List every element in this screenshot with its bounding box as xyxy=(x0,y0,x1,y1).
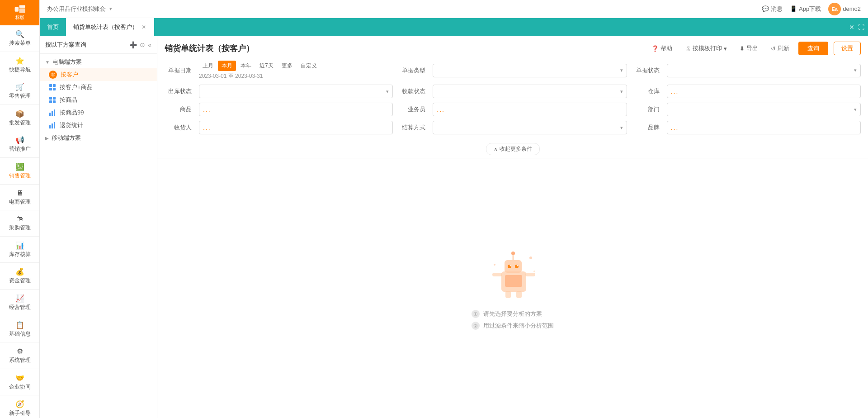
recipient-field[interactable]: ... xyxy=(199,121,393,134)
message-button[interactable]: 💬 消息 xyxy=(762,5,783,13)
tree-mobile-group[interactable]: ▶ 移动端方案 xyxy=(40,132,157,144)
date-tab-custom[interactable]: 自定义 xyxy=(297,61,321,71)
out-status-field[interactable]: ▾ xyxy=(199,85,393,98)
header-left: 办公用品行业模拟账套 ▾ xyxy=(47,5,112,13)
filter-cell-department: 部门 ▾ xyxy=(632,103,861,116)
date-tab-this-month[interactable]: 本月 xyxy=(218,61,236,71)
left-panel-title: 按以下方案查询 xyxy=(45,41,86,49)
svg-rect-9 xyxy=(49,100,52,103)
export-label: 导出 xyxy=(746,44,758,52)
sidebar-item-finance[interactable]: 💰 资金管理 xyxy=(0,263,39,290)
page-header: 销货单统计表（按客户） ❓ 帮助 🖨 按模板打印 ▾ ⬇ 导出 xyxy=(157,36,868,55)
filter-row-2: 出库状态 ▾ 收款状态 ▾ 仓库 xyxy=(165,85,861,98)
query-button[interactable]: 查询 xyxy=(798,42,828,55)
date-tab-last-month[interactable]: 上月 xyxy=(199,61,217,71)
doc-type-field[interactable]: ▾ xyxy=(433,64,627,77)
svg-rect-15 xyxy=(52,124,53,128)
svg-rect-7 xyxy=(49,97,52,100)
breadcrumb-dropdown-icon[interactable]: ▾ xyxy=(109,6,112,12)
help-label: 帮助 xyxy=(660,44,672,52)
tip-2-num: ② xyxy=(472,322,480,330)
tab-sales-stats[interactable]: 销货单统计表（按客户） ✕ xyxy=(66,18,154,36)
tree-item-label: 按客户+商品 xyxy=(60,83,93,91)
tab-close-icon[interactable]: ✕ xyxy=(141,24,147,31)
department-field[interactable]: ▾ xyxy=(667,103,861,116)
tree-item-customer-product[interactable]: 按客户+商品 xyxy=(40,81,157,94)
tree-item-label: 退货统计 xyxy=(60,121,83,129)
salesperson-field[interactable]: ... xyxy=(433,103,627,116)
collapse-row: ∧ 收起更多条件 xyxy=(157,140,868,158)
sidebar-item-basic[interactable]: 📋 基础信息 xyxy=(0,316,39,343)
collapse-panel-icon[interactable]: « xyxy=(148,41,151,48)
svg-point-30 xyxy=(529,256,532,259)
app-download-button[interactable]: 📱 App下载 xyxy=(790,5,821,13)
help-button[interactable]: ❓ 帮助 xyxy=(648,43,676,54)
grid-icon xyxy=(49,84,56,91)
filter-row-1: 单据日期 上月 本月 本年 近7天 更多 自定义 2023-03-01 至 20… xyxy=(165,61,861,80)
brand-field[interactable]: ... xyxy=(667,121,861,134)
cart-icon: 🛒 xyxy=(15,83,24,91)
sidebar-item-purchase[interactable]: 🛍 采购管理 xyxy=(0,210,39,237)
tree-item-by-product-99[interactable]: 按商品99 xyxy=(40,106,157,119)
svg-rect-12 xyxy=(52,111,53,116)
sidebar-item-system[interactable]: ⚙ 系统管理 xyxy=(0,342,39,369)
add-scheme-icon[interactable]: ➕ xyxy=(129,41,137,48)
tab-maximize-icon[interactable]: ⛶ xyxy=(858,24,864,31)
sidebar-item-label: 零售管理 xyxy=(9,93,31,100)
department-dropdown-icon: ▾ xyxy=(854,107,857,113)
tree-item-by-customer[interactable]: 客 按客户 xyxy=(40,68,157,81)
refresh-button[interactable]: ↺ 刷新 xyxy=(767,43,793,54)
out-status-dropdown-icon: ▾ xyxy=(386,89,389,95)
date-tabs: 上月 本月 本年 近7天 更多 自定义 xyxy=(199,61,390,71)
doc-status-field[interactable]: ▾ xyxy=(667,64,861,77)
date-tab-more[interactable]: 更多 xyxy=(278,61,296,71)
settlement-field[interactable]: ▾ xyxy=(433,121,627,134)
sidebar-item-inventory[interactable]: 📊 库存核算 xyxy=(0,237,39,263)
svg-rect-6 xyxy=(53,88,56,90)
settings-scheme-icon[interactable]: ⊙ xyxy=(140,41,145,48)
filter-cell-brand: 品牌 ... xyxy=(632,121,861,134)
sidebar-item-guide[interactable]: 🧭 新手引导 xyxy=(0,395,39,418)
sidebar-item-label: 销售管理 xyxy=(9,172,31,180)
grid-icon2 xyxy=(49,96,56,104)
collapse-button[interactable]: ∧ 收起更多条件 xyxy=(486,143,540,155)
tab-bar: 首页 销货单统计表（按客户） ✕ ✕ ⛶ xyxy=(40,18,868,36)
filter-row-4: 收货人 ... 结算方式 ▾ 品牌 xyxy=(165,121,861,134)
sidebar-item-retail[interactable]: 🛒 零售管理 xyxy=(0,78,39,105)
sidebar-item-sales[interactable]: 💹 销售管理 xyxy=(0,158,39,185)
sidebar-item-operation[interactable]: 📈 经营管理 xyxy=(0,290,39,316)
print-template-button[interactable]: 🖨 按模板打印 ▾ xyxy=(681,43,731,54)
payment-status-dropdown-icon: ▾ xyxy=(620,89,623,95)
product-field[interactable]: ... xyxy=(199,103,393,116)
svg-rect-16 xyxy=(54,122,55,128)
user-profile[interactable]: Ea demo2 xyxy=(828,3,861,15)
out-status-label: 出库状态 xyxy=(165,87,192,95)
tree-desktop-group[interactable]: ▼ 电脑端方案 xyxy=(40,56,157,68)
tree-item-by-product[interactable]: 按商品 xyxy=(40,94,157,106)
filter-cell-out-status: 出库状态 ▾ xyxy=(165,85,393,98)
sidebar-item-marketing[interactable]: 📢 营销推广 xyxy=(0,131,39,158)
svg-rect-0 xyxy=(14,7,19,12)
date-tab-this-year[interactable]: 本年 xyxy=(237,61,255,71)
tree-arrow-right-icon: ▶ xyxy=(45,136,49,141)
settings-button[interactable]: 设置 xyxy=(834,42,861,55)
warehouse-field[interactable]: ... xyxy=(667,85,861,98)
payment-status-label: 收款状态 xyxy=(398,87,425,95)
tree-item-label: 按客户 xyxy=(61,71,78,79)
tab-home[interactable]: 首页 xyxy=(40,18,66,36)
payment-status-field[interactable]: ▾ xyxy=(433,85,627,98)
sidebar-item-wholesale[interactable]: 📦 批发管理 xyxy=(0,105,39,132)
sidebar-item-ecommerce[interactable]: 🖥 电商管理 xyxy=(0,185,39,211)
doc-status-dropdown-icon: ▾ xyxy=(854,67,857,73)
tree-item-refund-stats[interactable]: 退货统计 xyxy=(40,119,157,132)
print-dropdown-icon: ▾ xyxy=(724,45,727,52)
tip-1-text: 请先选择要分析的方案 xyxy=(483,310,542,318)
export-button[interactable]: ⬇ 导出 xyxy=(736,43,762,54)
sidebar-item-search[interactable]: 🔍 搜索菜单 xyxy=(0,25,39,52)
avatar: Ea xyxy=(828,3,841,15)
tab-close-all-icon[interactable]: ✕ xyxy=(849,24,854,31)
sidebar-item-enterprise[interactable]: 🤝 企业协同 xyxy=(0,369,39,396)
date-tab-7days[interactable]: 近7天 xyxy=(256,61,277,71)
sidebar-item-quicknav[interactable]: ⭐ 快捷导航 xyxy=(0,52,39,79)
salesperson-label: 业务员 xyxy=(398,105,425,114)
